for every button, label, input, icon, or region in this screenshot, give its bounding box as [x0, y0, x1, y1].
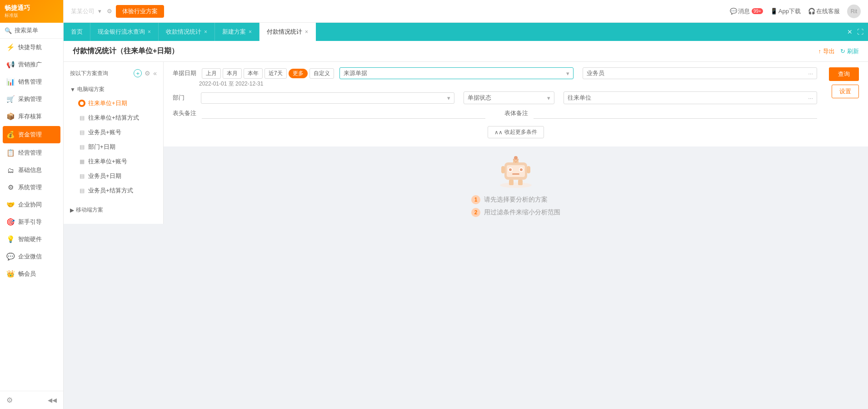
search-menu[interactable]: 🔍 搜索菜单 [0, 23, 63, 39]
doc-status-chevron: ▾ [547, 95, 550, 101]
dept-label: 部门 [173, 94, 195, 102]
tab-close-new-scheme[interactable]: × [249, 29, 252, 35]
left-panel-header: 按以下方案查询 + ⚙ « [64, 66, 163, 80]
scheme-item-salesman-date[interactable]: ▤业务员+日期 [64, 169, 163, 183]
scheme-label-salesman-date: 业务员+日期 [88, 172, 121, 180]
date-btn-7days[interactable]: 近7天 [264, 68, 287, 79]
collapse-panel-btn[interactable]: « [153, 70, 157, 77]
nav-icon-basic-info: 🗂 [6, 166, 15, 174]
scheme-settings-btn[interactable]: ⚙ [145, 70, 150, 77]
doc-status-label: 单据状态 [468, 94, 491, 102]
counterpart-select[interactable]: 往来单位 ··· [564, 91, 817, 104]
sidebar-item-marketing[interactable]: 📢营销推广 [0, 56, 63, 73]
export-label: 导出 [823, 47, 835, 56]
sidebar-item-smart-hw[interactable]: 💡智能硬件 [0, 231, 63, 248]
message-label: 消息 [738, 7, 750, 15]
date-label: 单据日期 [173, 69, 196, 77]
date-btn-custom[interactable]: 自定义 [309, 68, 334, 79]
svg-point-6 [520, 168, 523, 171]
scheme-label-dept-date: 部门+日期 [88, 143, 115, 151]
header-dropdown-icon[interactable]: ▾ [98, 8, 101, 15]
sidebar-item-basic-info[interactable]: 🗂基础信息 [0, 162, 63, 179]
tab-payment-stats[interactable]: 付款情况统计× [259, 23, 316, 41]
header-note-input[interactable] [202, 108, 485, 119]
sidebar-footer: ⚙ ◀◀ [0, 391, 63, 409]
dept-select[interactable]: ▾ [201, 92, 454, 104]
sidebar-item-vip[interactable]: 👑畅会员 [0, 265, 63, 283]
sidebar-item-finance[interactable]: 💰资金管理 [3, 126, 60, 143]
nav-icon-guide: 🎯 [6, 218, 15, 226]
date-btn-last-month[interactable]: 上月 [202, 68, 221, 79]
user-avatar[interactable]: Rit [847, 5, 861, 18]
search-icon: 🔍 [5, 27, 12, 34]
filter-settings-btn[interactable]: 设置 [832, 85, 859, 98]
nav-label-wechat: 企业微信 [18, 252, 42, 261]
export-btn[interactable]: ↑ 导出 [818, 47, 835, 56]
tab-expand[interactable]: ⛶ [857, 28, 863, 35]
collapse-sidebar-icon[interactable]: ◀◀ [48, 397, 57, 404]
filter-row-1-left: 单据日期 上月 本月 本年 近7天 更多 自定义 [173, 67, 817, 119]
scheme-label-counterpart-date: 往来单位+日期 [88, 99, 127, 107]
nav-icon-finance: 💰 [6, 131, 15, 139]
svg-point-5 [509, 168, 512, 171]
pc-scheme-title[interactable]: ▼ 电脑端方案 [64, 83, 163, 96]
settings-icon[interactable]: ⚙ [6, 396, 13, 404]
nav-icon-vip: 👑 [6, 270, 15, 278]
message-icon: 💬 [730, 8, 737, 15]
tab-close-all[interactable]: ✕ [847, 28, 853, 35]
sidebar-item-sales[interactable]: 📊销售管理 [0, 73, 63, 91]
message-item[interactable]: 💬 消息 99+ [730, 7, 763, 15]
tab-bar-right: ✕ ⛶ [843, 23, 868, 41]
tab-home[interactable]: 首页 [64, 23, 90, 41]
tab-new-scheme[interactable]: 新建方案× [215, 23, 259, 41]
sidebar-item-inventory[interactable]: 📦库存核算 [0, 108, 63, 125]
mobile-scheme-title[interactable]: ▶ 移动端方案 [64, 203, 163, 217]
scheme-item-counterpart-date[interactable]: 往来单位+日期 [64, 96, 163, 111]
tab-bank-flow[interactable]: 现金银行流水查询× [90, 23, 159, 41]
tab-close-bank-flow[interactable]: × [148, 29, 151, 35]
nav-label-purchase: 采购管理 [18, 95, 42, 103]
left-panel-title: 按以下方案查询 [70, 70, 108, 77]
doc-status-select[interactable]: 单据状态 ▾ [464, 91, 554, 104]
nav-label-smart-hw: 智能硬件 [18, 235, 42, 243]
scheme-item-salesman-settlement[interactable]: ▤业务员+结算方式 [64, 183, 163, 198]
add-scheme-btn[interactable]: + [134, 69, 142, 77]
content-wrapper: 按以下方案查询 + ⚙ « ▼ 电脑端方案 往来单位+日期▤往来单位+结算方式▤… [64, 62, 868, 224]
svg-rect-11 [518, 180, 523, 185]
scheme-grid-icon: ▤ [78, 129, 85, 136]
tab-close-payment-stats[interactable]: × [305, 29, 308, 35]
scheme-item-dept-date[interactable]: ▤部门+日期 [64, 140, 163, 154]
scheme-item-salesman-account[interactable]: ▤业务员+账号 [64, 125, 163, 140]
sidebar-item-quick-nav[interactable]: ⚡快捷导航 [0, 39, 63, 56]
date-btn-group: 上月 本月 本年 近7天 更多 自定义 [202, 68, 334, 79]
date-btn-more[interactable]: 更多 [289, 69, 308, 78]
svg-rect-7 [512, 173, 519, 175]
expand-pc-icon: ▼ [70, 86, 75, 93]
tab-receipt-stats[interactable]: 收款情况统计× [159, 23, 215, 41]
query-btn[interactable]: 查询 [829, 67, 859, 81]
salesman-select[interactable]: 业务员 ··· [583, 67, 817, 79]
collapse-btn[interactable]: ∧∧ 收起更多条件 [488, 126, 544, 138]
scheme-item-counterpart-settlement[interactable]: ▤往来单位+结算方式 [64, 111, 163, 125]
sidebar-item-system[interactable]: ⚙系统管理 [0, 179, 63, 196]
trial-btn[interactable]: 体验行业方案 [116, 5, 164, 18]
refresh-btn[interactable]: ↻ 刷新 [840, 47, 859, 56]
online-service[interactable]: 🎧 在线客服 [808, 7, 840, 15]
source-doc-select[interactable]: 来源单据 ▾ [339, 67, 574, 79]
date-btn-this-year[interactable]: 本年 [244, 68, 263, 79]
sidebar-item-operation[interactable]: 📋经营管理 [0, 144, 63, 162]
scheme-grid-icon: ▤ [78, 143, 85, 151]
nav-icon-inventory: 📦 [6, 112, 15, 121]
scheme-item-counterpart-account[interactable]: ▦往来单位+账号 [64, 154, 163, 169]
sidebar-item-guide[interactable]: 🎯新手引导 [0, 213, 63, 231]
sidebar-item-wechat[interactable]: 💬企业微信 [0, 248, 63, 265]
date-btn-this-month[interactable]: 本月 [223, 68, 242, 79]
source-chevron: ▾ [566, 70, 569, 77]
nav-icon-purchase: 🛒 [6, 95, 15, 103]
app-download[interactable]: 📱 App下载 [770, 7, 801, 15]
sidebar-item-purchase[interactable]: 🛒采购管理 [0, 91, 63, 108]
tab-close-receipt-stats[interactable]: × [204, 29, 207, 35]
body-note-input[interactable] [534, 108, 817, 119]
sidebar-item-enterprise[interactable]: 🤝企业协同 [0, 196, 63, 213]
header-settings-icon[interactable]: ⚙ [107, 8, 112, 15]
